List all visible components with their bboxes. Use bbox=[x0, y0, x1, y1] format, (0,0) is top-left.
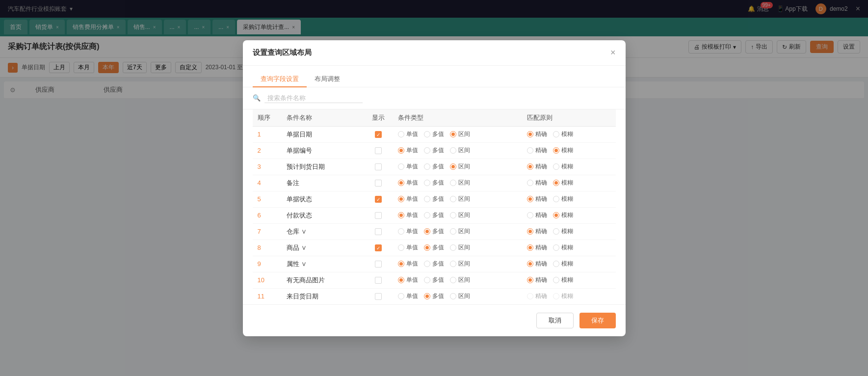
search-input[interactable] bbox=[264, 93, 363, 103]
dialog-search-area: 🔍 bbox=[243, 87, 626, 103]
dialog-close-button[interactable]: × bbox=[610, 48, 616, 57]
dialog-header: 设置查询区域布局 × bbox=[243, 40, 626, 66]
dialog-tab-layout[interactable]: 布局调整 bbox=[307, 72, 348, 87]
dialog-title: 设置查询区域布局 bbox=[253, 48, 312, 57]
dialog-overlay: 设置查询区域布局 × 查询字段设置 布局调整 🔍 顺序 条件名称 bbox=[0, 0, 868, 103]
settings-dialog: 设置查询区域布局 × 查询字段设置 布局调整 🔍 顺序 条件名称 bbox=[243, 40, 626, 103]
dialog-tab-query-fields-label: 查询字段设置 bbox=[261, 75, 299, 82]
search-icon: 🔍 bbox=[253, 94, 261, 102]
dialog-tab-layout-label: 布局调整 bbox=[315, 75, 340, 82]
dialog-tab-bar: 查询字段设置 布局调整 bbox=[243, 66, 626, 87]
dialog-tab-query-fields[interactable]: 查询字段设置 bbox=[253, 72, 307, 87]
